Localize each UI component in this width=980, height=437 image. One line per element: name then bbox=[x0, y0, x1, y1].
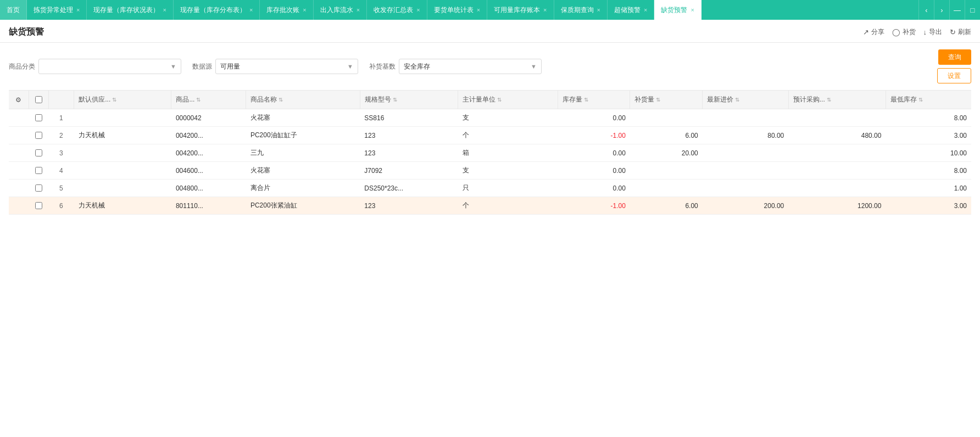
tab-close-in-out-flow[interactable]: × bbox=[357, 7, 360, 13]
filter-actions: 查询 设置 bbox=[937, 49, 971, 83]
td-supplier-4 bbox=[74, 180, 171, 197]
supplement-button[interactable]: ◯ 补货 bbox=[892, 27, 916, 37]
gear-icon[interactable]: ⚙ bbox=[15, 96, 21, 104]
td-sku-name-2: 三九 bbox=[246, 144, 360, 162]
tab-stock-dist[interactable]: 现存量（库存分布表） × bbox=[174, 0, 260, 20]
tab-scroll-left[interactable]: ‹ bbox=[918, 0, 934, 20]
tab-batch-account[interactable]: 库存批次账 × bbox=[260, 0, 313, 20]
settings-button[interactable]: 设置 bbox=[937, 68, 971, 83]
table-header-row: ⚙ 默认供应... ⇅ bbox=[9, 91, 971, 109]
tab-shortage[interactable]: 缺货预警 × bbox=[654, 0, 701, 20]
td-sku-3: 004600... bbox=[171, 162, 246, 180]
td-unit-2: 箱 bbox=[458, 144, 558, 162]
td-sku-name-3: 火花塞 bbox=[246, 162, 360, 180]
td-spec-1: 123 bbox=[360, 127, 458, 144]
datasource-chevron-icon: ▼ bbox=[347, 63, 353, 70]
tab-close-stock-dist[interactable]: × bbox=[249, 7, 253, 13]
row-checkbox-5[interactable] bbox=[35, 202, 42, 209]
td-supplier-0 bbox=[74, 109, 171, 127]
row-checkbox-0[interactable] bbox=[35, 114, 42, 121]
th-sku-name: 商品名称 ⇅ bbox=[246, 91, 360, 109]
tab-close-batch-account[interactable]: × bbox=[303, 7, 306, 13]
sort-icon-supplement[interactable]: ⇅ bbox=[656, 97, 660, 103]
tab-close-defect-handling[interactable]: × bbox=[76, 7, 80, 13]
tab-in-out-flow[interactable]: 出入库流水 × bbox=[314, 0, 367, 20]
tab-close-shortage[interactable]: × bbox=[691, 7, 694, 13]
td-latest-price-3 bbox=[703, 162, 789, 180]
th-spec: 规格型号 ⇅ bbox=[360, 91, 458, 109]
tab-available-ledger[interactable]: 可用量库存账本 × bbox=[487, 0, 554, 20]
row-checkbox-4[interactable] bbox=[35, 184, 42, 192]
td-rownum-4: 5 bbox=[48, 180, 74, 197]
sort-icon-unit[interactable]: ⇅ bbox=[497, 97, 502, 103]
sort-icon-sku-name[interactable]: ⇅ bbox=[279, 97, 283, 103]
tab-close-order-stats[interactable]: × bbox=[477, 7, 480, 13]
td-supplement-2: 20.00 bbox=[630, 144, 703, 162]
share-button[interactable]: ↗ 分享 bbox=[863, 27, 884, 37]
tab-overstock[interactable]: 超储预警 × bbox=[608, 0, 654, 20]
td-unit-0: 支 bbox=[458, 109, 558, 127]
td-estimated-purchase-4 bbox=[788, 180, 886, 197]
export-button[interactable]: ↓ 导出 bbox=[923, 27, 943, 37]
tab-close-expiry-query[interactable]: × bbox=[597, 7, 600, 13]
tab-close-overstock[interactable]: × bbox=[644, 7, 647, 13]
td-sku-5: 801110... bbox=[171, 197, 246, 215]
sort-icon-supplier[interactable]: ⇅ bbox=[112, 97, 116, 103]
th-supplier: 默认供应... ⇅ bbox=[74, 91, 171, 109]
tab-nav-buttons: ‹ › ― □ bbox=[918, 0, 980, 20]
supplement-base-select[interactable]: 安全库存 ▼ bbox=[399, 59, 542, 74]
td-cb-1 bbox=[29, 127, 48, 144]
table-container: ⚙ 默认供应... ⇅ bbox=[0, 90, 980, 215]
datasource-select[interactable]: 可用量 ▼ bbox=[215, 59, 358, 74]
table-row: 2 力天机械 004200... PC200油缸缸子 123 个 -1.00 6… bbox=[9, 127, 971, 144]
td-supplier-2 bbox=[74, 144, 171, 162]
td-spec-3: J7092 bbox=[360, 162, 458, 180]
td-rownum-3: 4 bbox=[48, 162, 74, 180]
tab-close-collection-summary[interactable]: × bbox=[416, 7, 420, 13]
td-stock-4: 0.00 bbox=[558, 180, 630, 197]
row-checkbox-3[interactable] bbox=[35, 167, 42, 174]
sort-icon-latest-price[interactable]: ⇅ bbox=[735, 97, 739, 103]
category-select[interactable]: ▼ bbox=[38, 59, 181, 74]
td-gear-2 bbox=[9, 144, 29, 162]
tab-home[interactable]: 首页 bbox=[0, 0, 27, 20]
tab-defect-handling[interactable]: 拣货异常处理 × bbox=[27, 0, 87, 20]
sort-icon-stock[interactable]: ⇅ bbox=[584, 97, 588, 103]
tab-stock-status[interactable]: 现存量（库存状况表） × bbox=[87, 0, 173, 20]
td-unit-1: 个 bbox=[458, 127, 558, 144]
category-filter-group: 商品分类 ▼ bbox=[9, 59, 181, 74]
tab-close-stock-status[interactable]: × bbox=[163, 7, 166, 13]
table-row: 4 004600... 火花塞 J7092 支 0.00 8.00 bbox=[9, 162, 971, 180]
row-checkbox-1[interactable] bbox=[35, 132, 42, 139]
supplement-base-filter-group: 补货基数 安全库存 ▼ bbox=[369, 59, 542, 74]
th-stock: 库存量 ⇅ bbox=[558, 91, 630, 109]
supplement-base-chevron-icon: ▼ bbox=[531, 63, 537, 70]
refresh-button[interactable]: ↻ 刷新 bbox=[950, 27, 971, 37]
supplement-base-value: 安全库存 bbox=[404, 62, 531, 71]
sort-icon-sku[interactable]: ⇅ bbox=[196, 97, 201, 103]
tab-expiry-query[interactable]: 保质期查询 × bbox=[554, 0, 608, 20]
td-sku-name-4: 离合片 bbox=[246, 180, 360, 197]
td-sku-name-5: PC200张紧油缸 bbox=[246, 197, 360, 215]
sort-icon-estimated-purchase[interactable]: ⇅ bbox=[827, 97, 831, 103]
td-sku-name-1: PC200油缸缸子 bbox=[246, 127, 360, 144]
tab-maximize[interactable]: □ bbox=[965, 0, 980, 20]
td-stock-0: 0.00 bbox=[558, 109, 630, 127]
supplement-icon: ◯ bbox=[892, 28, 900, 36]
td-stock-3: 0.00 bbox=[558, 162, 630, 180]
row-checkbox-2[interactable] bbox=[35, 149, 42, 156]
td-unit-3: 支 bbox=[458, 162, 558, 180]
sort-icon-spec[interactable]: ⇅ bbox=[393, 97, 397, 103]
sort-icon-min-stock[interactable]: ⇅ bbox=[918, 97, 923, 103]
tab-scroll-right[interactable]: › bbox=[934, 0, 949, 20]
tab-order-stats[interactable]: 要货单统计表 × bbox=[427, 0, 487, 20]
tab-close-available-ledger[interactable]: × bbox=[543, 7, 547, 13]
select-all-checkbox[interactable] bbox=[35, 96, 42, 103]
tab-collection-summary[interactable]: 收发存汇总表 × bbox=[367, 0, 427, 20]
table-row: 1 0000042 火花塞 SS816 支 0.00 8.00 bbox=[9, 109, 971, 127]
query-button[interactable]: 查询 bbox=[938, 49, 971, 65]
tab-minimize[interactable]: ― bbox=[949, 0, 965, 20]
td-cb-4 bbox=[29, 180, 48, 197]
td-unit-5: 个 bbox=[458, 197, 558, 215]
td-latest-price-2 bbox=[703, 144, 789, 162]
